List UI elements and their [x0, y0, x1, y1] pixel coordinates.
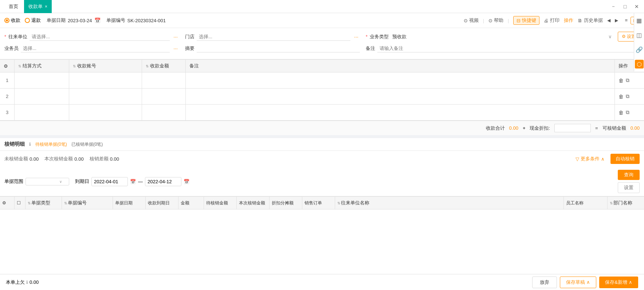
save-draft-button[interactable]: 保存草稿 ∧	[560, 277, 596, 288]
footer-actions: 放弃 保存草稿 ∧ 保存&新增 ∧	[532, 277, 638, 288]
section-separator	[0, 135, 644, 138]
tab-active-label: 收款单	[28, 3, 43, 10]
staff-more-icon[interactable]: ···	[172, 46, 179, 51]
biz-dropdown-icon[interactable]: ∨	[608, 34, 612, 39]
bth-pending-amount: 待核销金额	[204, 197, 237, 209]
quota-info-icon[interactable]: ℹ	[26, 280, 28, 285]
save-new-button[interactable]: 保存&新增 ∧	[599, 277, 638, 288]
copy-row-3-icon[interactable]: ⧉	[626, 109, 629, 115]
table-header: ⚙ ⇅ 结算方式 ⇅ 收款账号 ⇅ 收款金额 备注 操作	[0, 59, 644, 72]
discount-input[interactable]	[554, 124, 591, 132]
tab-active[interactable]: 收款单 ×	[24, 0, 52, 13]
calendar-to-icon[interactable]: 📅	[184, 179, 189, 184]
shop-input[interactable]	[197, 33, 350, 41]
maximize-button[interactable]: □	[621, 2, 629, 11]
copy-row-2-icon[interactable]: ⧉	[626, 93, 629, 99]
operation-btn[interactable]: 操作	[564, 17, 573, 24]
account-col-header: ⇅ 收款账号	[69, 60, 142, 72]
settle-cell-1[interactable]	[15, 72, 69, 88]
range-dropdown-icon: ∨	[59, 180, 62, 184]
query-btn[interactable]: 查询	[618, 170, 640, 180]
delete-row-3-icon[interactable]: 🗑	[619, 110, 624, 115]
history-btn[interactable]: 🗎 历史单据	[578, 17, 603, 24]
summary-input[interactable]	[197, 44, 360, 52]
auto-verify-btn[interactable]: 自动核销	[610, 154, 640, 164]
bottom-table-header: ⚙ ☐ ⇅ 单据类型 ⇅ 单据编号 单据日期 收款到期日 金额 待核销金额 本次…	[0, 196, 644, 209]
more-conditions-btn[interactable]: ▽ 更多条件 ∧	[576, 156, 605, 162]
total-label: 收款合计	[486, 125, 505, 132]
radio-refund[interactable]: 退款	[25, 17, 41, 24]
bth-settings[interactable]: ⚙	[0, 197, 15, 209]
bth-type: ⇅ 单据类型	[25, 197, 62, 209]
current-label: 本次核销金额	[44, 156, 73, 162]
remark-cell-2[interactable]	[186, 89, 615, 104]
staff-input[interactable]	[21, 44, 170, 52]
settle-cell-3[interactable]	[15, 105, 69, 120]
tab-home[interactable]: 首页	[3, 0, 24, 13]
abandon-button[interactable]: 放弃	[532, 277, 557, 288]
delete-row-1-icon[interactable]: 🗑	[619, 78, 624, 83]
sidebar-icon-1[interactable]: ▦	[635, 16, 644, 25]
amount-cell-2[interactable]	[142, 89, 186, 104]
copy-row-1-icon[interactable]: ⧉	[626, 77, 629, 83]
remark-cell-3[interactable]	[186, 105, 615, 120]
minimize-button[interactable]: －	[609, 2, 618, 11]
remark-cell-1[interactable]	[186, 72, 615, 88]
sidebar-icon-4[interactable]: ⬡	[635, 60, 644, 68]
form-row-2: 业务员 ··· 摘要 备注	[4, 44, 640, 52]
partner-input[interactable]	[30, 33, 170, 41]
sidebar-icon-2[interactable]: ◫	[635, 31, 644, 39]
prev-btn[interactable]: ◀	[607, 18, 610, 23]
next-btn[interactable]: ▶	[615, 18, 618, 23]
tab-close-icon[interactable]: ×	[45, 4, 47, 9]
amount-cell-1[interactable]	[142, 72, 186, 88]
partner-field: * 往来单位 ···	[4, 33, 179, 41]
video-icon: ⊙	[464, 18, 468, 23]
remark-input[interactable]	[377, 44, 640, 52]
quota-info: 本单上欠 ℹ 0.00	[6, 279, 39, 286]
print-btn[interactable]: 🖨 打印	[544, 17, 559, 24]
settle-cell-2[interactable]	[15, 89, 69, 104]
shop-more-icon[interactable]: ···	[353, 34, 360, 40]
calendar-from-icon[interactable]: 📅	[130, 179, 136, 184]
close-button[interactable]: ✕	[632, 2, 641, 11]
help-btn[interactable]: ⊙ 帮助	[488, 17, 503, 24]
radio-receive[interactable]: 收款	[4, 17, 20, 24]
shortcut-btn[interactable]: ⊟ 快捷键	[513, 16, 539, 25]
completed-link[interactable]: 已核销单据(0笔)	[71, 141, 103, 148]
pending-link[interactable]: 待核销单据(0笔)	[35, 141, 67, 148]
account-cell-1[interactable]	[69, 72, 142, 88]
calendar-icon[interactable]: 📅	[94, 17, 101, 23]
date-from-input[interactable]	[91, 177, 128, 186]
plus-sign: +	[523, 125, 526, 131]
delete-row-2-icon[interactable]: 🗑	[619, 94, 624, 99]
range-select[interactable]: ∨	[25, 178, 69, 185]
info-icon[interactable]: ℹ	[29, 142, 31, 147]
range-label: 单据范围	[4, 178, 23, 185]
action-cell-1: 🗑 ⧉	[615, 72, 644, 88]
account-cell-3[interactable]	[69, 105, 142, 120]
date-separator: —	[138, 179, 143, 184]
sidebar-icon-3[interactable]: 🔗	[635, 45, 644, 54]
amount-cell-3[interactable]	[142, 105, 186, 120]
table-row: 1 🗑 ⧉	[0, 72, 644, 89]
radio-receive-label: 收款	[11, 17, 20, 24]
tab-bar: 首页 收款单 × － □ ✕	[0, 0, 644, 13]
radio-refund-circle	[25, 18, 30, 23]
date-range: 📅 — 📅	[91, 177, 189, 186]
date-to-input[interactable]	[145, 177, 181, 186]
shop-label: 门店	[185, 34, 195, 40]
verification-stats: 未核销金额 0.00 本次核销金额 0.00 核销差额 0.00 ▽ 更多条件 …	[0, 151, 644, 167]
bth-checkbox[interactable]: ☐	[15, 197, 25, 209]
account-cell-2[interactable]	[69, 89, 142, 104]
partner-more-icon[interactable]: ···	[172, 34, 179, 40]
more-conditions-label: 更多条件	[581, 156, 600, 162]
filter-actions: 查询 设置	[618, 170, 640, 193]
unverified-label: 未核销金额	[4, 156, 28, 162]
filter-settings-btn[interactable]: 设置	[618, 182, 640, 193]
list-view-btn[interactable]: ≡	[623, 17, 630, 24]
settle-col-header: ⇅ 结算方式	[15, 60, 69, 72]
window-controls: － □ ✕	[609, 2, 641, 11]
video-btn[interactable]: ⊙ 视频	[464, 17, 479, 24]
settings-col-header[interactable]: ⚙	[0, 60, 15, 72]
